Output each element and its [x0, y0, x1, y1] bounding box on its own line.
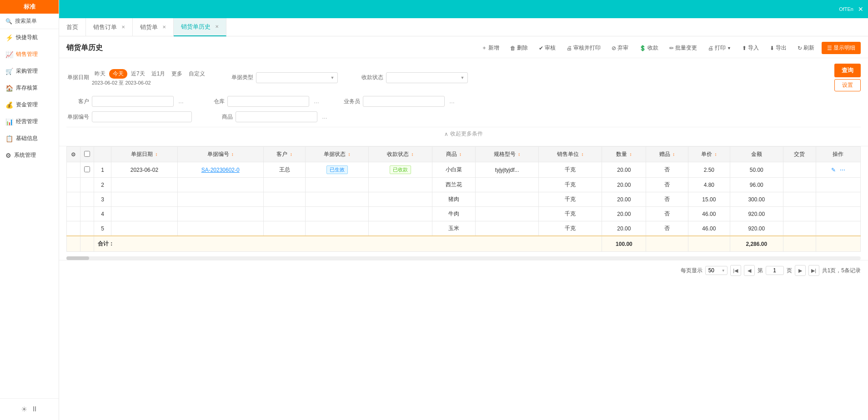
print-button[interactable]: 🖨 打印 ▼ [704, 42, 735, 54]
select-all-checkbox[interactable] [84, 151, 90, 157]
sort-icon-unit-price[interactable]: ↕ [715, 152, 717, 157]
row-collect-status-cell [369, 221, 432, 236]
customer-input[interactable] [92, 96, 174, 107]
row-goods-cell: 玉米 [432, 221, 476, 236]
first-page-button[interactable]: |◀ [730, 265, 741, 276]
scroll-bar[interactable] [66, 256, 861, 260]
export-button[interactable]: ⬇ 导出 [766, 42, 790, 54]
refresh-button[interactable]: ↻ 刷新 [794, 42, 818, 54]
date-option-1month[interactable]: 近1月 [149, 69, 168, 79]
sidebar-search[interactable]: 🔍 搜索菜单 [0, 14, 59, 29]
sidebar-collapse-icon[interactable]: ⏸ [31, 405, 38, 414]
review-print-icon: 🖨 [567, 45, 572, 51]
sidebar-item-purchase-mgmt[interactable]: 🛒 采购管理 [0, 63, 59, 80]
doc-no-input[interactable] [92, 111, 192, 122]
row-operation-cell [816, 178, 860, 192]
review-print-button[interactable]: 🖨 审核并打印 [563, 42, 604, 54]
tab-sales-order[interactable]: 销售订单 ✕ [86, 18, 133, 36]
tab-sales-order-close[interactable]: ✕ [121, 25, 125, 30]
row-qty-cell: 20.00 [602, 192, 646, 207]
sort-icon-collect-status[interactable]: ↕ [411, 152, 414, 157]
sidebar-item-quick-nav[interactable]: ⚡ 快捷导航 [0, 29, 59, 46]
sidebar-item-operations[interactable]: 📊 经营管理 [0, 113, 59, 130]
delete-button[interactable]: 🗑 删除 [507, 42, 532, 54]
col-settings-icon[interactable]: ⚙ [71, 151, 76, 158]
tab-sales-history-close[interactable]: ✕ [215, 24, 219, 29]
show-detail-button[interactable]: ☰ 显示明细 [822, 42, 861, 54]
tab-sales-history[interactable]: 销货单历史 ✕ [174, 18, 226, 36]
goods-dots[interactable]: … [322, 114, 327, 120]
import-button[interactable]: ⬆ 导入 [738, 42, 763, 54]
refresh-icon: ↻ [798, 45, 802, 51]
close-window-button[interactable]: ✕ [858, 5, 863, 13]
date-option-7days[interactable]: 近7天 [128, 69, 148, 79]
sort-icon-gift[interactable]: ↕ [672, 152, 675, 157]
sort-icon-unit[interactable]: ↕ [582, 152, 584, 157]
doc-no-link[interactable]: SA-20230602-0 [201, 167, 240, 173]
scroll-thumb[interactable] [66, 256, 89, 260]
warehouse-dots[interactable]: … [314, 98, 319, 105]
query-button[interactable]: 查询 [834, 64, 861, 77]
date-option-today[interactable]: 今天 [109, 69, 127, 79]
row-unit-price-cell: 15.00 [688, 192, 730, 207]
date-option-more[interactable]: 更多 [169, 69, 185, 79]
last-page-button[interactable]: ▶| [808, 265, 819, 276]
prev-page-button[interactable]: ◀ [744, 265, 755, 276]
sort-icon-spec[interactable]: ↕ [518, 152, 520, 157]
date-option-yesterday[interactable]: 昨天 [92, 69, 108, 79]
sidebar-item-inventory[interactable]: 🏠 库存核算 [0, 80, 59, 96]
sidebar-item-label: 销售管理 [16, 50, 38, 58]
staff-input[interactable] [363, 96, 445, 107]
settings-button[interactable]: 设置 [834, 79, 861, 91]
next-page-button[interactable]: ▶ [795, 265, 806, 276]
doc-type-select[interactable] [256, 72, 338, 83]
staff-dots[interactable]: … [449, 98, 455, 105]
export-label: 导出 [776, 44, 787, 52]
col-rownum [94, 147, 111, 162]
tab-bar: 首页 销售订单 ✕ 销货单 ✕ 销货单历史 ✕ [59, 18, 868, 36]
batch-change-button[interactable]: ✏ 批量变更 [666, 42, 701, 54]
sort-icon-qty[interactable]: ↕ [630, 152, 632, 157]
sort-icon-goods[interactable]: ↕ [459, 152, 462, 157]
sidebar-item-finance[interactable]: 💰 资金管理 [0, 96, 59, 113]
summary-empty [646, 236, 688, 252]
collapse-button[interactable]: ∧ 收起更多条件 [444, 130, 483, 138]
sidebar-item-system[interactable]: ⚙ 系统管理 [0, 147, 59, 164]
new-button[interactable]: ＋ 新增 [478, 42, 503, 54]
date-option-custom[interactable]: 自定义 [186, 69, 208, 79]
row-collect-status-cell: 已收款 [369, 162, 432, 178]
page-label-suffix: 页 [787, 267, 792, 275]
sort-icon-doc-status[interactable]: ↕ [348, 152, 350, 157]
row-unit-price-cell: 2.50 [688, 162, 730, 178]
row-doc-date-cell [111, 178, 177, 192]
customer-dots[interactable]: … [178, 98, 184, 105]
abandon-button[interactable]: ⊘ 弃审 [608, 42, 632, 54]
sort-icon-doc-no[interactable]: ↕ [231, 152, 234, 157]
sort-icon-doc-date[interactable]: ↕ [156, 152, 158, 157]
review-button[interactable]: ✔ 审核 [535, 42, 559, 54]
tab-sales-goods[interactable]: 销货单 ✕ [133, 18, 174, 36]
collect-button[interactable]: 💲 收款 [636, 42, 662, 54]
warehouse-input[interactable] [227, 96, 309, 107]
goods-input[interactable] [236, 111, 317, 122]
tab-sales-goods-close[interactable]: ✕ [162, 25, 166, 30]
col-gift: 赠品 ↕ [646, 147, 688, 162]
date-filter-item: 单据日期 昨天 今天 近7天 近1月 更多 自定义 2023-06-02 至 2… [66, 69, 208, 86]
sidebar-item-sales-mgmt[interactable]: 📈 销售管理 [0, 46, 59, 63]
sidebar-item-basic-info[interactable]: 📋 基础信息 [0, 130, 59, 147]
sidebar-item-label: 库存核算 [16, 84, 38, 92]
more-op-btn[interactable]: ⋯ [838, 167, 847, 173]
query-section: 查询 设置 [834, 64, 861, 91]
abandon-label: 弃审 [617, 44, 628, 52]
edit-op-btn[interactable]: ✎ [830, 167, 837, 173]
page-input[interactable] [766, 266, 784, 275]
collect-status-select[interactable] [386, 72, 468, 83]
sidebar-expand-icon[interactable]: ☀ [21, 405, 27, 414]
row-checkbox[interactable] [84, 166, 90, 172]
tab-home[interactable]: 首页 [59, 18, 86, 36]
row-transaction-cell [783, 207, 816, 221]
sidebar-item-label: 采购管理 [16, 67, 38, 75]
sort-icon-customer[interactable]: ↕ [290, 152, 292, 157]
page-size-select[interactable]: 20 50 100 [705, 266, 728, 275]
page-size-wrapper: 20 50 100 [705, 266, 728, 275]
